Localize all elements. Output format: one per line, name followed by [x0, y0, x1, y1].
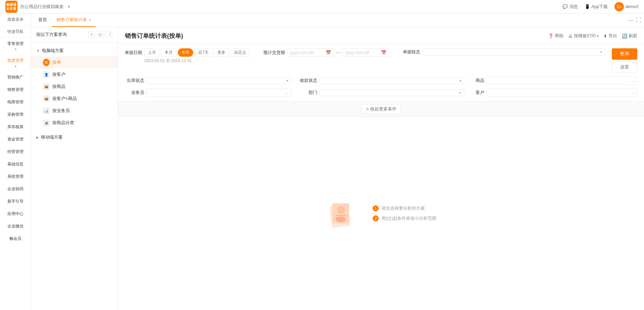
export-btn[interactable]: ⬆ 导出	[603, 33, 617, 39]
sidebar-item-quick-nav[interactable]: 快捷导航	[0, 26, 31, 38]
goods-filter-group: 商品 ...	[471, 76, 637, 85]
tab-actions: — ⛶	[628, 17, 641, 23]
salesperson-input[interactable]: ...	[146, 89, 291, 97]
app-icon: 📱	[585, 4, 590, 9]
expected-date-start[interactable]: yyyy-mm-dd 📅	[287, 48, 334, 57]
right-panel: 销售订单统计表(按单) ❓ 帮助 🖨 按模板打印 ▾ ⬆	[118, 27, 644, 310]
dept-select[interactable]: ▾	[319, 89, 464, 96]
empty-tip-1: 1 请先选择要分析的方案	[373, 205, 436, 211]
topbar-left: 畅捷通好生意 办公用品行业模拟账套 ▾	[5, 1, 70, 13]
sidebar-item-purchase[interactable]: 采购管理	[0, 108, 31, 121]
sidebar-finance-label: 资金管理	[7, 137, 23, 142]
sidebar-item-retail[interactable]: 零售管理 ▾	[0, 38, 31, 54]
tip-2-num: 2	[373, 215, 379, 221]
empty-state: 1 请先选择要分析的方案 2 用[过滤]条件来缩小分析范围	[118, 117, 644, 310]
app-download-btn[interactable]: 📱 App下载	[585, 4, 608, 10]
status-filter-group: 单据状态 ▾	[403, 48, 605, 55]
calendar-end-icon: 📅	[381, 50, 386, 55]
workspace-arrow[interactable]: ▾	[68, 4, 70, 9]
sidebar-cooperation-label: 企业协同	[7, 186, 23, 192]
date-btn-this-month[interactable]: 本月	[161, 48, 176, 57]
export-icon: ⬆	[603, 34, 607, 39]
sidebar-quick-nav-label: 快捷导航	[7, 29, 23, 34]
expected-date-end[interactable]: yyyy-mm-dd 📅	[342, 48, 389, 57]
add-scheme-btn[interactable]: +	[88, 31, 95, 38]
date-btn-last-month[interactable]: 上月	[144, 48, 160, 57]
sidebar-item-management[interactable]: 经营管理	[0, 146, 31, 158]
sidebar-item-wechat[interactable]: 企业微信	[0, 220, 31, 232]
date-btn-7days[interactable]: 近7天	[195, 48, 212, 57]
left-panel-title: 按以下方案查询	[36, 32, 67, 38]
user-profile[interactable]: Ea demo2	[614, 2, 639, 11]
scheme-by-goods-label: 按商品	[52, 84, 65, 90]
sidebar-item-basic[interactable]: 基础信息	[0, 158, 31, 170]
date-btn-custom[interactable]: 自定义	[230, 48, 250, 57]
tree-child-by-category[interactable]: ▦ 按商品分类	[31, 117, 118, 129]
tab-minimize-icon[interactable]: —	[628, 17, 633, 23]
sidebar-item-cooperation[interactable]: 企业协同	[0, 183, 31, 195]
date-dash: —	[336, 50, 340, 55]
sidebar-item-vip[interactable]: 畅会员	[0, 232, 31, 245]
sidebar: 搜索菜单 快捷导航 零售管理 ▾ 批发管理 ▴ 营销推广 销售管理 电商管理 采…	[0, 13, 31, 310]
customer-filter-group: 客户 ...	[471, 89, 637, 97]
sidebar-item-finance[interactable]: 资金管理	[0, 133, 31, 146]
sidebar-item-marketing[interactable]: 营销推广	[0, 71, 31, 84]
refresh-btn[interactable]: 🔄 刷新	[622, 33, 637, 39]
action-buttons: 查询 设置	[612, 48, 637, 72]
tip-1-num: 1	[373, 205, 379, 211]
topbar-right: 💬 消息 📱 App下载 Ea demo2	[562, 2, 639, 11]
sidebar-item-app-center[interactable]: 应用中心	[0, 208, 31, 220]
tab-home[interactable]: 首页	[34, 13, 52, 27]
tree-parent-pc[interactable]: ▼ 电脑端方案	[31, 45, 118, 56]
dept-label: 部门	[298, 90, 317, 96]
sidebar-item-system[interactable]: 系统管理	[0, 170, 31, 183]
customer-input[interactable]: ...	[486, 89, 637, 97]
delivery-select[interactable]: ▾	[146, 77, 291, 84]
tree-parent-mobile[interactable]: ▶ 移动端方案	[31, 132, 118, 143]
tab-close-icon[interactable]: ×	[89, 18, 91, 22]
sidebar-item-sales[interactable]: 销售管理	[0, 84, 31, 96]
query-button[interactable]: 查询	[612, 48, 637, 60]
payment-select[interactable]: ▾	[319, 77, 464, 84]
tree-child-by-customer[interactable]: 👤 按客户	[31, 68, 118, 81]
tab-maximize-icon[interactable]: ⛶	[636, 17, 641, 23]
sidebar-item-ecommerce[interactable]: 电商管理	[0, 96, 31, 108]
expected-date-label: 预计交货期	[263, 50, 285, 56]
scheme-customer-goods-icon: 📦	[43, 95, 50, 102]
dept-arrow-icon: ▾	[460, 91, 461, 95]
sidebar-sales-label: 销售管理	[7, 87, 23, 93]
sidebar-item-search[interactable]: 搜索菜单	[0, 13, 31, 26]
delivery-status-group: 出库状态 ▾	[125, 77, 291, 84]
scheme-by-salesperson-label: 按业务员	[52, 108, 70, 114]
sidebar-item-guide[interactable]: 新手引导	[0, 195, 31, 208]
sidebar-item-wholesale[interactable]: 批发管理 ▴	[0, 54, 31, 71]
collapse-panel-btn[interactable]: 《	[106, 31, 112, 38]
calendar-start-icon: 📅	[326, 50, 331, 55]
date-btn-this-year[interactable]: 本年	[178, 48, 193, 57]
date-filter-row: 单据日期 上月 本月 本年 近7天 更多 自定义	[125, 48, 250, 57]
message-btn[interactable]: 💬 消息	[562, 4, 578, 10]
tree-child-by-customer-goods[interactable]: 📦 按客户+商品	[31, 93, 118, 105]
tree-child-by-salesperson[interactable]: 📊 按业务员	[31, 105, 118, 117]
goods-input[interactable]: ...	[486, 76, 637, 85]
collapse-btn[interactable]: ∧ 收起更多条件	[361, 104, 401, 114]
print-btn[interactable]: 🖨 按模板打印 ▾	[568, 33, 599, 39]
svg-point-2	[337, 206, 345, 214]
settings-button[interactable]: 设置	[612, 62, 637, 72]
sidebar-retail-label: 零售管理	[7, 41, 23, 47]
help-btn[interactable]: ❓ 帮助	[548, 33, 564, 39]
tab-sales-order-stats[interactable]: 销售订单统计表 ×	[52, 13, 96, 27]
help-icon: ❓	[548, 34, 553, 39]
tree-child-by-order[interactable]: 按 按单	[31, 56, 118, 68]
status-select[interactable]: ▾	[422, 48, 605, 55]
settings-scheme-btn[interactable]: ⊙	[97, 31, 104, 38]
tree-section-pc: ▼ 电脑端方案 按 按单 👤	[31, 42, 118, 132]
active-scheme-icon: 按	[43, 59, 50, 66]
delivery-arrow-icon: ▾	[286, 79, 288, 83]
tree-child-by-goods[interactable]: 📦 按商品	[31, 81, 118, 93]
date-label: 单据日期	[125, 50, 142, 56]
sidebar-item-inventory[interactable]: 库存核算	[0, 121, 31, 133]
empty-svg	[326, 197, 359, 230]
date-btn-more[interactable]: 更多	[214, 48, 229, 57]
left-panel-header: 按以下方案查询 + ⊙ 《	[31, 27, 118, 42]
